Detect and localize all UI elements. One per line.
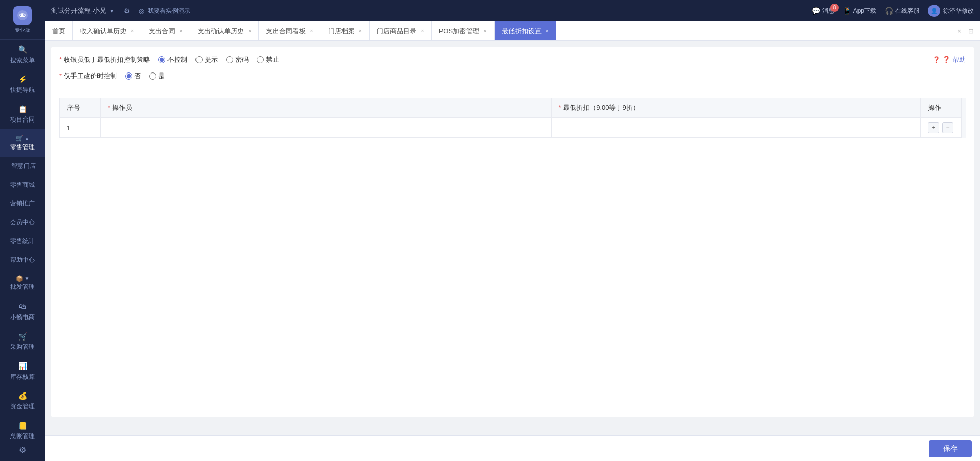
tab-payment-contract[interactable]: 支出合同 × (141, 21, 190, 40)
tab-close-icon[interactable]: × (310, 28, 313, 34)
sidebar-item-marketing[interactable]: 营销推广 (0, 194, 45, 213)
radio-tip[interactable] (195, 56, 203, 63)
table-container: 序号 操作员 * 最低折扣（9.00等于9折） 操作 (59, 98, 966, 138)
gear-icon: ⚙ (124, 7, 130, 15)
message-icon: 💬 (812, 7, 820, 15)
sidebar-item-label: 总账管理 (10, 432, 35, 439)
sidebar-item-purchase[interactable]: 🛒 采购管理 (0, 327, 45, 356)
sidebar-item-online-store[interactable]: 零售商城 (0, 176, 45, 195)
operators-table: 序号 操作员 * 最低折扣（9.00等于9折） 操作 (59, 98, 962, 138)
project-selector[interactable]: 测试分开流程-小兄 ▼ (51, 6, 114, 15)
option-no-control[interactable]: 不控制 (158, 55, 187, 64)
tab-close-icon[interactable]: × (248, 28, 251, 34)
tab-store-products[interactable]: 门店商品目录 × (370, 21, 431, 40)
user-menu[interactable]: 👤 徐泽华修改 (928, 5, 974, 17)
tab-label: 支出合同 (149, 27, 175, 36)
app-download-button[interactable]: 📱 App下载 (843, 7, 876, 15)
project-name: 测试分开流程-小兄 (51, 6, 106, 15)
sidebar-item-help[interactable]: 帮助中心 (0, 251, 45, 270)
message-button[interactable]: 💬 消息 8 (812, 7, 835, 15)
tab-close-all-button[interactable]: × (955, 26, 963, 36)
tab-close-icon[interactable]: × (546, 28, 549, 34)
radio-forbidden[interactable] (257, 56, 264, 63)
save-button[interactable]: 保存 (929, 440, 972, 457)
tab-payment-history[interactable]: 支出确认单历史 × (190, 21, 259, 40)
demo-button[interactable]: ◎ 我要看实例演示 (139, 7, 190, 15)
purchase-icon: 🛒 (18, 332, 27, 342)
table-wrapper: 序号 操作员 * 最低折扣（9.00等于9折） 操作 (59, 98, 962, 138)
option-forbidden[interactable]: 禁止 (257, 55, 279, 64)
sidebar-item-ledger[interactable]: 📒 总账管理 (0, 416, 45, 439)
tab-label: 门店商品目录 (377, 27, 416, 36)
col-operator: 操作员 (101, 98, 552, 118)
sidebar-item-ecommerce[interactable]: 🛍 小畅电商 (0, 297, 45, 326)
tab-close-icon[interactable]: × (421, 28, 424, 34)
radio-yes[interactable] (149, 72, 156, 80)
table-body: 1 (60, 118, 962, 138)
tab-pos-manage[interactable]: POS加密管理 × (432, 21, 495, 40)
tabbar: 首页 收入确认单历史 × 支出合同 × 支出确认单历史 × 支出合同看板 × 门… (45, 21, 980, 41)
radio-no-control[interactable] (158, 56, 165, 63)
delete-row-button[interactable]: − (942, 122, 953, 133)
radio-password[interactable] (226, 56, 233, 63)
sidebar-item-label: 采购管理 (10, 343, 35, 351)
option-yes[interactable]: 是 (149, 71, 165, 81)
option-label: 密码 (235, 55, 249, 64)
tab-close-icon[interactable]: × (483, 28, 486, 34)
discount-strategy-row: 收银员低于最低折扣控制策略 不控制 提示 密码 (59, 55, 966, 64)
tab-close-icon[interactable]: × (131, 28, 134, 34)
tab-label: 支出合同看板 (266, 27, 306, 36)
sidebar-item-retail[interactable]: 🛒 ▲ 零售管理 (0, 129, 45, 157)
topbar: 测试分开流程-小兄 ▼ ⚙ ◎ 我要看实例演示 💬 消息 8 📱 App下载 🎧… (45, 0, 980, 21)
sidebar-item-shortcut[interactable]: ⚡ 快捷导航 (0, 69, 45, 99)
col-actions: 操作 (921, 98, 962, 118)
sidebar: 专业版 🔍 搜索菜单 ⚡ 快捷导航 📋 项目合同 🛒 ▲ 零售管理 智慧门店 零… (0, 0, 45, 461)
settings-button[interactable]: ⚙ (19, 445, 26, 455)
sidebar-item-finance[interactable]: 💰 资金管理 (0, 386, 45, 416)
tab-min-discount[interactable]: 最低折扣设置 × (495, 21, 556, 40)
option-tip[interactable]: 提示 (195, 55, 218, 64)
table-header: 序号 操作员 * 最低折扣（9.00等于9折） 操作 (60, 98, 962, 118)
sidebar-item-retail-stat[interactable]: 零售统计 (0, 232, 45, 251)
add-row-button[interactable]: + (928, 122, 939, 133)
sidebar-item-wholesale[interactable]: 📦 ▼ 批发管理 (0, 270, 45, 297)
operator-input[interactable] (108, 124, 544, 132)
min-discount-input[interactable] (559, 124, 914, 132)
table-row: 1 (60, 118, 962, 138)
tab-label: 收入确认单历史 (80, 27, 127, 36)
cell-operator (101, 118, 552, 138)
chevron-down-icon-wholesale: ▼ (24, 275, 30, 282)
tab-payment-board[interactable]: 支出合同看板 × (259, 21, 321, 40)
form-section: ❓ ❓ 帮助 收银员低于最低折扣控制策略 不控制 提示 (59, 55, 966, 89)
sidebar-item-label: 搜索菜单 (10, 56, 35, 65)
discount-strategy-label: 收银员低于最低折扣控制策略 (59, 55, 150, 64)
sidebar-item-smart-store[interactable]: 智慧门店 (0, 157, 45, 176)
tab-label: 首页 (52, 27, 65, 36)
tab-close-icon[interactable]: × (359, 28, 362, 34)
radio-no[interactable] (125, 72, 132, 80)
sidebar-item-label: 项目合同 (10, 115, 35, 124)
topbar-settings-button[interactable]: ⚙ (120, 5, 133, 17)
sidebar-item-label: 批发管理 (10, 283, 35, 292)
cell-min-discount (551, 118, 921, 138)
col-min-discount-label: 最低折扣（9.00等于9折） (563, 104, 640, 111)
tab-income-history[interactable]: 收入确认单历史 × (73, 21, 141, 40)
option-password[interactable]: 密码 (226, 55, 249, 64)
sidebar-item-member[interactable]: 会员中心 (0, 213, 45, 232)
app-download-label: App下载 (853, 7, 876, 15)
tab-home[interactable]: 首页 (45, 21, 73, 40)
tab-label: 支出确认单历史 (198, 27, 244, 36)
sidebar-item-inventory[interactable]: 📊 库存核算 (0, 356, 45, 386)
tab-expand-button[interactable]: ⊡ (966, 26, 976, 36)
sidebar-item-project[interactable]: 📋 项目合同 (0, 100, 45, 129)
help-button[interactable]: ❓ ❓ 帮助 (933, 55, 966, 64)
option-label: 否 (134, 71, 141, 81)
tab-close-icon[interactable]: × (179, 28, 182, 34)
sidebar-item-search[interactable]: 🔍 搜索菜单 (0, 40, 45, 69)
tab-store-file[interactable]: 门店档案 × (321, 21, 370, 40)
col-seq-label: 序号 (67, 104, 80, 111)
col-seq: 序号 (60, 98, 101, 118)
tab-label: 最低折扣设置 (502, 27, 542, 36)
option-no[interactable]: 否 (125, 71, 141, 81)
online-service-button[interactable]: 🎧 在线客服 (885, 7, 920, 15)
